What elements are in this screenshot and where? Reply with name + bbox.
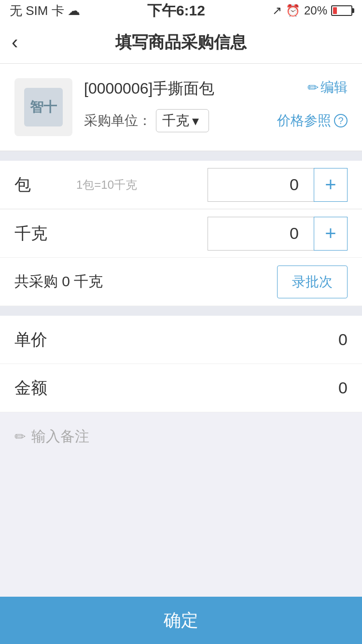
kg-input-right: + — [208, 217, 348, 251]
sim-status: 无 SIM 卡 ☁ — [10, 2, 80, 19]
info-icon: ? — [334, 114, 348, 127]
edit-button[interactable]: ✏ 编辑 — [307, 78, 348, 97]
product-info: [0000006]手撕面包 ✏ 编辑 采购单位： 千克 ▾ 价格参照 ? — [84, 78, 348, 132]
bag-sub-label: 1包=10千克 — [76, 177, 137, 193]
unit-price-label: 单价 — [14, 329, 53, 351]
bag-input-section: 包 1包=10千克 + — [0, 161, 362, 209]
kg-input-section: 千克 + — [0, 210, 362, 258]
status-right: ↗ ⏰ 20% — [272, 4, 352, 17]
unit-label: 采购单位： — [84, 113, 152, 128]
price-ref-button[interactable]: 价格参照 ? — [277, 112, 348, 130]
battery-icon — [331, 5, 352, 16]
unit-value: 千克 — [162, 112, 189, 130]
bag-label: 包 — [14, 174, 72, 196]
notes-input-row[interactable]: ✏ 输入备注 — [14, 427, 348, 447]
pencil-icon: ✏ — [14, 429, 26, 445]
unit-select-wrapper: 采购单位： 千克 ▾ — [84, 109, 209, 132]
status-left: 无 SIM 卡 ☁ — [10, 2, 80, 19]
product-header: [0000006]手撕面包 ✏ 编辑 — [84, 78, 348, 99]
price-section: 单价 0 金额 0 — [0, 316, 362, 412]
amount-row: 金额 0 — [0, 364, 362, 412]
bag-input-right: + — [208, 168, 348, 202]
confirm-button[interactable]: 确定 — [0, 597, 362, 644]
notes-placeholder[interactable]: 输入备注 — [31, 427, 89, 447]
back-button[interactable]: ‹ — [12, 31, 18, 53]
section-divider-2 — [0, 306, 362, 316]
product-unit-row: 采购单位： 千克 ▾ 价格参照 ? — [84, 109, 348, 132]
bag-quantity-input[interactable] — [208, 168, 314, 202]
section-divider-1 — [0, 151, 362, 161]
status-time: 下午6:12 — [147, 1, 205, 21]
kg-input-row: 千克 + — [0, 210, 362, 258]
kg-quantity-input[interactable] — [208, 217, 314, 251]
product-image: 智十 — [14, 78, 72, 136]
summary-row: 共采购 0 千克 录批次 — [0, 258, 362, 306]
product-name: [0000006]手撕面包 — [84, 78, 214, 99]
edit-icon: ✏ — [307, 80, 319, 96]
edit-label: 编辑 — [320, 78, 348, 97]
unit-price-row: 单价 0 — [0, 316, 362, 364]
page-title: 填写商品采购信息 — [115, 31, 247, 54]
bag-plus-button[interactable]: + — [314, 168, 348, 202]
bag-input-row: 包 1包=10千克 + — [0, 161, 362, 209]
battery-percent: 20% — [304, 4, 327, 17]
kg-label: 千克 — [14, 223, 72, 245]
notes-area: ✏ 输入备注 — [0, 412, 362, 615]
total-purchase-text: 共采购 0 千克 — [14, 272, 103, 292]
nav-bar: ‹ 填写商品采购信息 — [0, 21, 362, 64]
status-bar: 无 SIM 卡 ☁ 下午6:12 ↗ ⏰ 20% — [0, 0, 362, 21]
unit-select[interactable]: 千克 ▾ — [156, 109, 209, 132]
batch-button[interactable]: 录批次 — [277, 266, 348, 298]
product-thumbnail: 智十 — [24, 88, 63, 126]
alarm-icon: ⏰ — [286, 4, 300, 17]
unit-price-value: 0 — [338, 330, 348, 349]
price-ref-label: 价格参照 — [277, 112, 331, 130]
amount-label: 金额 — [14, 377, 53, 399]
chevron-down-icon: ▾ — [192, 113, 199, 129]
product-card: 智十 [0000006]手撕面包 ✏ 编辑 采购单位： 千克 ▾ 价格参照 ? — [0, 64, 362, 151]
location-icon: ↗ — [272, 4, 282, 17]
amount-value: 0 — [338, 378, 348, 397]
kg-plus-button[interactable]: + — [314, 217, 348, 251]
